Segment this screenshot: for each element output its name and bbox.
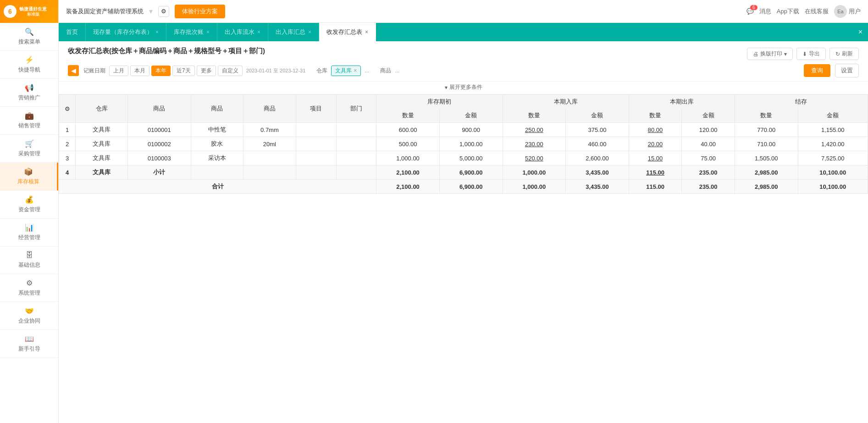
sidebar-item-purchase[interactable]: 🛒 采购管理 (0, 135, 58, 163)
date-btn-last-month[interactable]: 上月 (109, 66, 128, 76)
table-body: 1文具库0100001中性笔0.7mm600.00900.00250.00375… (59, 123, 868, 180)
warehouse-tag: 文具库 × (331, 66, 361, 76)
filter-toggle-button[interactable]: ◀ (68, 65, 79, 76)
export-button[interactable]: ⬇ 导出 (796, 48, 826, 60)
footer-open-amt: 6,900.00 (439, 180, 503, 194)
footer-in-qty: 1,000.00 (503, 180, 566, 194)
tab-batch-ledger-label: 库存批次账 (174, 28, 204, 36)
tab-close-icon[interactable]: × (155, 29, 159, 35)
expand-more-button[interactable]: ▾ 展开更多条件 (445, 83, 482, 91)
tab-receive-summary[interactable]: 收发存汇总表 × (319, 23, 376, 41)
sidebar-item-basic-info[interactable]: 🗄 基础信息 (0, 247, 58, 274)
date-btn-this-month[interactable]: 本月 (130, 66, 149, 76)
sidebar-item-operations[interactable]: 📊 经营管理 (0, 219, 58, 247)
row-in-qty[interactable]: 230.00 (503, 137, 566, 151)
expand-label: 展开更多条件 (449, 83, 482, 91)
tab-close-icon[interactable]: × (365, 29, 368, 35)
row-goods: 胶水 (191, 137, 243, 151)
tab-inout-flow[interactable]: 出入库流水 × (217, 23, 268, 41)
row-spec: 20ml (243, 137, 296, 151)
sidebar-item-inventory[interactable]: 📦 库存核算 (0, 163, 58, 191)
row-project (296, 123, 337, 137)
refresh-button[interactable]: ↻ 刷新 (829, 48, 859, 60)
system-icon: ⚙ (26, 279, 33, 287)
online-service[interactable]: 在线客服 (805, 7, 829, 16)
settings-icon[interactable]: ⚙ (158, 6, 169, 17)
warehouse-remove-icon[interactable]: × (354, 67, 357, 74)
user-area[interactable]: Ea 用户 (834, 5, 861, 18)
row-in-amt: 2,600.00 (566, 151, 629, 165)
tab-home[interactable]: 首页 (59, 23, 86, 41)
app-download[interactable]: App下载 (777, 7, 799, 16)
sidebar-item-sales[interactable]: 💼 销售管理 (0, 107, 58, 135)
sidebar-item-finance[interactable]: 💰 资金管理 (0, 191, 58, 219)
row-project (296, 137, 337, 151)
row-out-qty[interactable]: 20.00 (629, 137, 682, 151)
col-goods-header: 商品 (191, 95, 243, 123)
row-open-qty: 2,100.00 (376, 165, 440, 180)
purchase-icon: 🛒 (25, 139, 34, 148)
tab-close-icon[interactable]: × (257, 29, 260, 35)
date-btn-7days[interactable]: 近7天 (172, 66, 195, 76)
date-btn-more[interactable]: 更多 (197, 66, 216, 76)
footer-bal-qty: 2,985.00 (735, 180, 798, 194)
user-label: 用户 (849, 7, 861, 16)
page-title: 收发存汇总表(按仓库＋商品编码＋商品＋规格型号＋项目＋部门) (68, 47, 265, 55)
print-button[interactable]: 🖨 换版打印 ▾ (747, 48, 793, 60)
col-bal-amt-header: 金额 (798, 109, 868, 123)
row-code: 0100001 (128, 123, 191, 137)
sidebar-item-tutorial[interactable]: 📖 新手引导 (0, 330, 58, 358)
message-badge-container[interactable]: 💬 6 (746, 8, 754, 15)
print-dropdown-icon: ▾ (784, 51, 787, 57)
table-row: 1文具库0100001中性笔0.7mm600.00900.00250.00375… (59, 123, 868, 137)
tab-bar: 首页 现存量（库存分布表） × 库存批次账 × 出入库流水 × 出入库汇总 × … (59, 23, 868, 41)
sidebar-item-label: 营销推广 (18, 94, 40, 102)
tab-close-icon[interactable]: × (308, 29, 311, 35)
sidebar-item-label: 基础信息 (18, 261, 40, 269)
sidebar-item-search[interactable]: 🔍 搜索菜单 (0, 23, 58, 51)
sidebar-item-marketing[interactable]: 📢 营销推广 (0, 79, 58, 107)
filter-more-1[interactable]: ... (365, 67, 369, 74)
data-table: ⚙ 仓库 商品 商品 商品 项目 部门 库存期初 本期入库 本期出库 结存 (59, 94, 868, 194)
main-area: 装备及固定资产辅助管理系统 ▾ ⚙ 体验行业方案 💬 6 消息 App下载 在线… (59, 0, 868, 423)
setting-button[interactable]: 设置 (835, 64, 859, 77)
goods-filter-label: 商品 (380, 67, 391, 75)
row-bal-amt: 7,525.00 (798, 151, 868, 165)
row-project (296, 151, 337, 165)
experience-button[interactable]: 体验行业方案 (175, 5, 225, 18)
refresh-icon: ↻ (835, 51, 840, 57)
row-dept (336, 123, 376, 137)
tab-inout-summary[interactable]: 出入库汇总 × (268, 23, 319, 41)
row-out-qty[interactable]: 115.00 (629, 165, 682, 180)
table-row: 4文具库小计2,100.006,900.001,000.003,435.0011… (59, 165, 868, 180)
tab-inventory-dist[interactable]: 现存量（库存分布表） × (86, 23, 166, 41)
tab-inventory-dist-label: 现存量（库存分布表） (93, 28, 153, 36)
tab-close-icon[interactable]: × (206, 29, 210, 35)
row-project (296, 165, 337, 180)
sidebar-item-system[interactable]: ⚙ 系统管理 (0, 274, 58, 302)
row-in-qty[interactable]: 520.00 (503, 151, 566, 165)
date-btn-this-year[interactable]: 本年 (151, 66, 171, 76)
topbar-dropdown-icon[interactable]: ▾ (149, 7, 153, 16)
col-open-qty-header: 数量 (376, 109, 440, 123)
row-out-qty[interactable]: 15.00 (629, 151, 682, 165)
sidebar-item-label: 销售管理 (18, 122, 40, 130)
row-out-qty[interactable]: 80.00 (629, 123, 682, 137)
tab-batch-ledger[interactable]: 库存批次账 × (166, 23, 217, 41)
column-settings-header[interactable]: ⚙ (59, 95, 76, 123)
sidebar-item-enterprise[interactable]: 🤝 企业协同 (0, 302, 58, 330)
query-button[interactable]: 查询 (804, 64, 830, 77)
system-title: 装备及固定资产辅助管理系统 (66, 7, 144, 16)
filter-more-2[interactable]: ... (395, 67, 399, 74)
expand-icon: ▾ (445, 84, 448, 91)
footer-label: 合计 (59, 180, 376, 194)
row-bal-amt: 1,155.00 (798, 123, 868, 137)
row-bal-qty: 1,505.00 (735, 151, 798, 165)
row-in-qty[interactable]: 250.00 (503, 123, 566, 137)
footer-open-qty: 2,100.00 (376, 180, 440, 194)
sidebar-item-quick-nav[interactable]: ⚡ 快捷导航 (0, 51, 58, 79)
group-in-header: 本期入库 (503, 95, 629, 109)
date-btn-custom[interactable]: 自定义 (218, 66, 243, 76)
sidebar-item-label: 企业协同 (18, 317, 40, 325)
close-all-tabs-button[interactable]: × (853, 28, 868, 36)
